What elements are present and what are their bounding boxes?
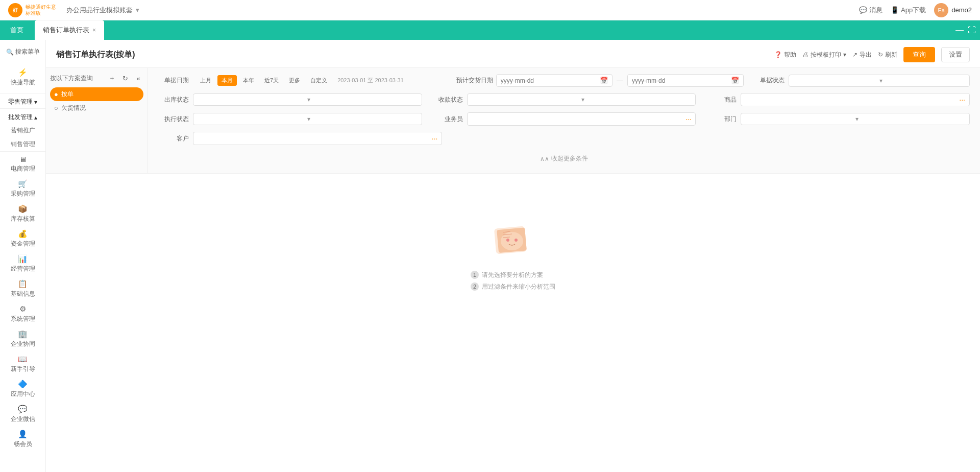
sidebar-item-appstore[interactable]: 🔷 应用中心 [0,376,45,402]
refresh-icon: ↻ [878,51,883,58]
status-select[interactable]: ▾ [789,75,970,87]
tab-home[interactable]: 首页 [0,20,34,40]
sidebar-item-retail[interactable]: 零售管理 ▾ [0,93,45,108]
sales-input[interactable] [472,115,683,123]
filter-field-status: 单据状态 ▾ [754,75,970,87]
sidebar-item-inventory[interactable]: 📦 库存核算 [0,201,45,226]
svg-point-4 [514,239,518,242]
filter-item-按单[interactable]: ● 按单 [50,87,143,101]
recv-status-select[interactable]: ▾ [467,93,696,106]
sidebar-item-sales[interactable]: 销售管理 [0,137,45,151]
filter-left-header: 按以下方案查询 ＋ ↻ « [50,73,143,83]
app-download-icon: 📱 [891,6,899,14]
print-chevron-icon: ▾ [843,51,846,58]
recv-status-label: 收款状态 [432,96,463,104]
sidebar-item-wholesale[interactable]: 批发管理 ▴ [0,109,45,124]
empty-state: 1 请先选择要分析的方案 2 用过滤条件来缩小分析范围 [46,174,980,332]
expected-date-end-input[interactable] [632,77,731,84]
system-icon: ⚙ [19,304,26,314]
goods-dots-icon[interactable]: ··· [959,96,965,104]
message-label: 消息 [869,6,883,15]
settings-button[interactable]: 设置 [941,47,970,62]
exec-status-select[interactable]: ▾ [193,113,422,125]
refresh-label: 刷新 [885,51,897,59]
sidebar-item-guide[interactable]: 📖 新手引导 [0,351,45,376]
sidebar-quick-nav: ⚡ 快捷导航 [0,62,45,93]
filter-field-sales: 业务员 ··· [432,112,696,126]
goods-input-wrap[interactable]: ··· [741,93,970,106]
date-btn-custom[interactable]: 自定义 [306,75,331,86]
breadcrumb-arrow[interactable]: ▾ [136,6,139,14]
sales-input-wrap[interactable]: ··· [467,112,696,126]
filter-item-icon-欠货: ○ [54,104,58,112]
search-icon: 🔍 [6,49,14,56]
sidebar-section-wholesale: 批发管理 ▴ 营销推广 销售管理 [0,109,45,152]
tab-minimize-button[interactable]: — [955,26,964,35]
sidebar-item-quick-nav[interactable]: ⚡ 快捷导航 [0,65,45,90]
sidebar-item-marketing[interactable]: 营销推广 [0,124,45,137]
search-menu-button[interactable]: 🔍 搜索菜单 [4,45,41,59]
customer-dots-icon[interactable]: ··· [432,134,438,143]
sidebar-item-enterprise[interactable]: 🏢 企业协同 [0,326,45,351]
app-download-action[interactable]: 📱 App下载 [891,6,926,15]
out-status-select[interactable]: ▾ [193,93,422,106]
message-action[interactable]: 💬 消息 [859,6,883,15]
sidebar-item-purchase[interactable]: 🛒 采购管理 [0,176,45,201]
date-btn-this-year[interactable]: 本年 [239,75,258,86]
filter-item-label-欠货: 欠货情况 [61,104,86,112]
filter-collapse-button[interactable]: « [133,73,143,83]
print-button[interactable]: 🖨 按模板打印 ▾ [802,51,846,59]
refresh-button[interactable]: ↻ 刷新 [878,51,897,59]
dept-label: 部门 [706,115,737,124]
expected-date-start[interactable]: 📅 [496,74,612,87]
sidebar-item-basic[interactable]: 📋 基础信息 [0,276,45,301]
filter-add-button[interactable]: ＋ [107,73,117,83]
search-button[interactable]: 查询 [903,47,935,62]
basic-icon: 📋 [18,279,28,289]
expected-date-end[interactable]: 📅 [627,74,744,87]
exec-status-label: 执行状态 [158,115,189,124]
sales-dots-icon[interactable]: ··· [685,115,692,123]
page-actions: ❓ 帮助 🖨 按模板打印 ▾ ↗ 导出 ↻ 刷新 查询 设置 [774,47,970,62]
customer-input[interactable] [198,135,430,142]
date-quick-buttons: 上月 本月 本年 近7天 更多 自定义 [196,75,331,86]
sidebar-item-finance[interactable]: 💰 资金管理 [0,226,45,251]
filter-right-panel: 单据日期 上月 本月 本年 近7天 更多 自定义 2023-03-01 至 20… [148,68,980,173]
tab-maximize-button[interactable]: ⛶ [968,26,976,35]
print-label: 按模板打印 [811,51,841,59]
sidebar-item-operation[interactable]: 📊 经营管理 [0,251,45,276]
goods-input[interactable] [745,96,957,103]
date-btn-this-month[interactable]: 本月 [217,75,237,86]
tab-close-icon[interactable]: × [92,27,96,34]
export-button[interactable]: ↗ 导出 [852,51,872,59]
search-menu-label: 搜索菜单 [15,48,40,56]
sidebar-item-system[interactable]: ⚙ 系统管理 [0,301,45,326]
filter-item-欠货[interactable]: ○ 欠货情况 [50,101,143,115]
wechat-icon: 💬 [18,405,28,414]
header-left: 好 畅捷通好生意 标准版 办公用品行业模拟账套 ▾ [8,3,139,17]
print-icon: 🖨 [802,51,808,58]
date-btn-last-month[interactable]: 上月 [196,75,215,86]
expected-date-start-input[interactable] [501,77,600,84]
expected-date-wrap: 📅 — 📅 [496,74,744,87]
sidebar-item-wechat[interactable]: 💬 企业微信 [0,402,45,427]
recv-status-chevron-icon: ▾ [581,96,691,103]
purchase-icon: 🛒 [18,179,28,188]
collapse-row: ∧∧ 收起更多条件 [158,151,970,167]
top-header: 好 畅捷通好生意 标准版 办公用品行业模拟账套 ▾ 💬 消息 📱 App下载 E… [0,0,980,20]
logo-text: 畅捷通好生意 标准版 [26,4,56,16]
breadcrumb-text: 办公用品行业模拟账套 [66,6,133,15]
sidebar-item-member[interactable]: 👤 畅会员 [0,427,45,452]
filter-field-date: 单据日期 上月 本月 本年 近7天 更多 自定义 2023-03-01 至 20… [158,75,446,86]
date-btn-7days[interactable]: 近7天 [260,75,283,86]
tab-home-label: 首页 [10,26,23,35]
collapse-button[interactable]: ∧∧ 收起更多条件 [540,154,588,163]
help-button[interactable]: ❓ 帮助 [774,51,796,59]
sidebar-item-ecommerce[interactable]: 🖥 电商管理 [0,152,45,176]
date-btn-more[interactable]: 更多 [285,75,304,86]
filter-refresh-button[interactable]: ↻ [120,73,130,83]
user-area: Ea demo2 [934,3,972,17]
customer-input-wrap[interactable]: ··· [193,132,442,145]
tab-sales-order[interactable]: 销售订单执行表 × [35,20,104,40]
dept-select[interactable]: ▾ [741,113,970,125]
